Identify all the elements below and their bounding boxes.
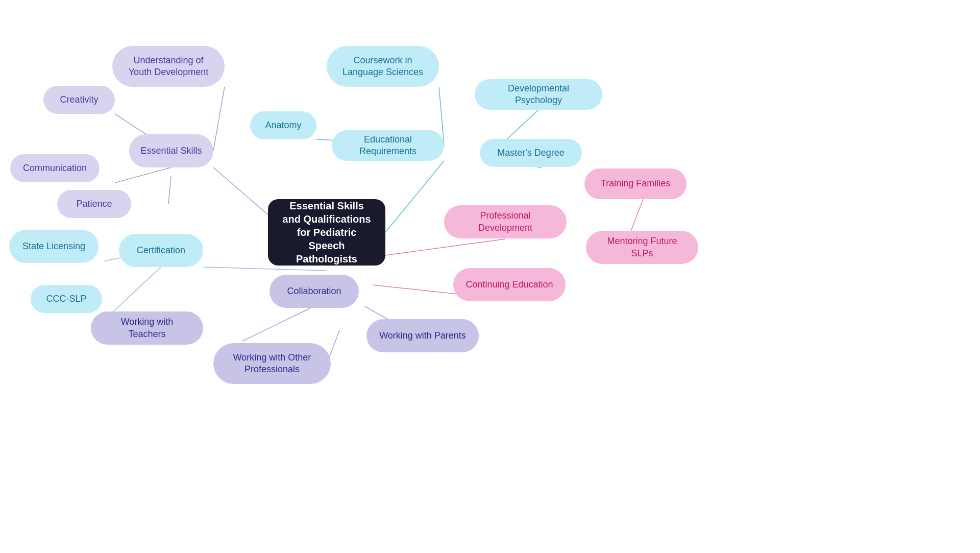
- coursework-node: Coursework in Language Sciences: [327, 46, 439, 87]
- svg-line-17: [385, 239, 505, 255]
- educational-req-node: Educational Requirements: [332, 130, 444, 161]
- svg-line-14: [242, 306, 314, 341]
- cont-education-node: Continuing Education: [453, 268, 566, 301]
- anatomy-node: Anatomy: [250, 111, 316, 139]
- working-others-node: Working with Other Professionals: [213, 343, 331, 384]
- svg-line-5: [385, 161, 444, 232]
- patience-node: Patience: [57, 190, 131, 218]
- state-licensing-node: State Licensing: [9, 230, 99, 263]
- svg-line-12: [112, 267, 161, 312]
- svg-line-10: [203, 267, 327, 271]
- masters-node: Master's Degree: [480, 139, 582, 167]
- mentoring-node: Mentoring Future SLPs: [586, 231, 698, 264]
- training-families-node: Training Families: [584, 169, 687, 199]
- collaboration-node: Collaboration: [270, 275, 359, 308]
- svg-line-15: [329, 330, 339, 357]
- certification-node: Certification: [119, 234, 203, 267]
- svg-line-2: [115, 167, 171, 183]
- svg-line-4: [213, 87, 225, 151]
- dev-psych-node: Developmental Psychology: [475, 79, 602, 110]
- prof-dev-node: Professional Development: [444, 205, 567, 238]
- working-parents-node: Working with Parents: [366, 319, 479, 352]
- center-node: Essential Skills and Qualifications for …: [268, 199, 385, 266]
- essential-skills-node: Essential Skills: [129, 134, 213, 167]
- working-teachers-node: Working with Teachers: [91, 311, 203, 345]
- svg-line-3: [168, 176, 171, 204]
- youth-dev-node: Understanding of Youth Development: [112, 46, 225, 87]
- ccc-slp-node: CCC-SLP: [31, 285, 102, 313]
- creativity-node: Creativity: [43, 86, 115, 114]
- communication-node: Communication: [10, 154, 100, 182]
